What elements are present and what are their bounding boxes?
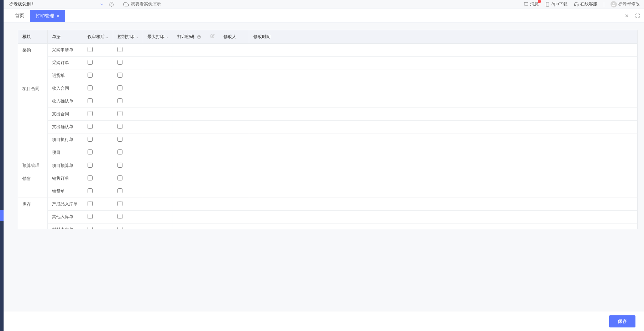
audit-only-checkbox[interactable] <box>88 163 93 168</box>
fullscreen-button[interactable] <box>634 12 641 19</box>
close-all-tabs-button[interactable] <box>623 12 630 19</box>
print-password-cell[interactable] <box>173 198 219 211</box>
audit-only-cell <box>83 82 113 95</box>
app-download-link[interactable]: App下载 <box>545 1 567 7</box>
max-print-cell[interactable] <box>143 82 173 95</box>
audit-only-checkbox[interactable] <box>88 149 93 154</box>
max-print-cell[interactable] <box>143 95 173 108</box>
print-password-cell[interactable] <box>173 44 219 57</box>
control-print-checkbox[interactable] <box>117 73 122 78</box>
print-password-cell[interactable] <box>173 159 219 172</box>
table-row: 库存产成品入库单 <box>18 198 637 211</box>
tab-print-management[interactable]: 打印管理 ✕ <box>30 10 65 22</box>
audit-only-checkbox[interactable] <box>88 111 93 116</box>
content-area: 模块 单据 仅审核后... 控制打印... 最大打印... 打印密码 <box>4 23 644 331</box>
control-print-checkbox[interactable] <box>117 137 122 142</box>
print-password-cell[interactable] <box>173 69 219 82</box>
control-print-checkbox[interactable] <box>117 188 122 193</box>
print-password-cell[interactable] <box>173 108 219 121</box>
print-password-cell[interactable] <box>173 211 219 224</box>
print-password-cell[interactable] <box>173 57 219 69</box>
gear-icon[interactable] <box>109 2 114 7</box>
print-password-cell[interactable] <box>173 133 219 146</box>
control-print-cell <box>113 224 143 229</box>
audit-only-checkbox[interactable] <box>88 85 93 90</box>
audit-only-checkbox[interactable] <box>88 227 93 229</box>
print-password-cell[interactable] <box>173 121 219 133</box>
online-service-link[interactable]: 在线客服 <box>574 1 597 7</box>
max-print-cell[interactable] <box>143 211 173 224</box>
svg-rect-1 <box>546 2 549 6</box>
edit-icon[interactable] <box>210 34 215 39</box>
audit-only-cell <box>83 146 113 159</box>
demo-link[interactable]: 我要看实例演示 <box>123 1 161 7</box>
control-print-checkbox[interactable] <box>117 98 122 103</box>
audit-only-checkbox[interactable] <box>88 60 93 65</box>
modifier-cell <box>219 198 249 211</box>
audit-only-checkbox[interactable] <box>88 98 93 103</box>
print-password-cell[interactable] <box>173 224 219 229</box>
document-cell: 销货单 <box>47 185 83 198</box>
control-print-checkbox[interactable] <box>117 227 122 229</box>
audit-only-checkbox[interactable] <box>88 137 93 142</box>
max-print-cell[interactable] <box>143 146 173 159</box>
max-print-cell[interactable] <box>143 159 173 172</box>
control-print-checkbox[interactable] <box>117 47 122 52</box>
save-button[interactable]: 保存 <box>609 315 635 327</box>
messages-link[interactable]: 消息 <box>524 1 539 7</box>
user-menu[interactable]: 徐泽华修改 <box>611 1 640 7</box>
max-print-cell[interactable] <box>143 185 173 198</box>
audit-only-checkbox[interactable] <box>88 214 93 219</box>
print-password-cell[interactable] <box>173 172 219 185</box>
control-print-checkbox[interactable] <box>117 149 122 154</box>
control-print-checkbox[interactable] <box>117 214 122 219</box>
left-rail-accent <box>0 210 4 221</box>
max-print-cell[interactable] <box>143 44 173 57</box>
tab-close-icon[interactable]: ✕ <box>56 14 59 19</box>
control-print-cell <box>113 82 143 95</box>
modify-time-cell <box>249 172 637 185</box>
control-print-cell <box>113 95 143 108</box>
table-scroll[interactable]: 模块 单据 仅审核后... 控制打印... 最大打印... 打印密码 <box>18 30 637 229</box>
control-print-cell <box>113 172 143 185</box>
control-print-checkbox[interactable] <box>117 111 122 116</box>
print-password-cell[interactable] <box>173 185 219 198</box>
max-print-cell[interactable] <box>143 57 173 69</box>
max-print-cell[interactable] <box>143 121 173 133</box>
audit-only-cell <box>83 57 113 69</box>
audit-only-checkbox[interactable] <box>88 201 93 206</box>
audit-only-checkbox[interactable] <box>88 188 93 193</box>
control-print-cell <box>113 211 143 224</box>
audit-only-cell <box>83 133 113 146</box>
control-print-checkbox[interactable] <box>117 60 122 65</box>
max-print-cell[interactable] <box>143 172 173 185</box>
document-cell: 其他入库单 <box>47 211 83 224</box>
max-print-cell[interactable] <box>143 198 173 211</box>
audit-only-checkbox[interactable] <box>88 124 93 129</box>
modify-time-cell <box>249 224 637 229</box>
audit-only-checkbox[interactable] <box>88 47 93 52</box>
print-password-cell[interactable] <box>173 82 219 95</box>
max-print-cell[interactable] <box>143 133 173 146</box>
audit-only-checkbox[interactable] <box>88 175 93 180</box>
audit-only-cell <box>83 211 113 224</box>
control-print-checkbox[interactable] <box>117 124 122 129</box>
print-password-cell[interactable] <box>173 95 219 108</box>
control-print-checkbox[interactable] <box>117 85 122 90</box>
control-print-checkbox[interactable] <box>117 201 122 206</box>
audit-only-checkbox[interactable] <box>88 73 93 78</box>
control-print-checkbox[interactable] <box>117 175 122 180</box>
tab-home[interactable]: 首页 <box>9 9 30 23</box>
help-icon[interactable] <box>197 35 201 39</box>
avatar <box>611 1 617 7</box>
max-print-cell[interactable] <box>143 108 173 121</box>
max-print-cell[interactable] <box>143 69 173 82</box>
th-print-password-label: 打印密码 <box>177 34 194 39</box>
company-select[interactable]: 徐老板勿删！ <box>9 1 104 7</box>
table-row: 支出确认单 <box>18 121 637 133</box>
max-print-cell[interactable] <box>143 224 173 229</box>
control-print-checkbox[interactable] <box>117 163 122 168</box>
footer-bar: 保存 <box>4 311 644 331</box>
print-password-cell[interactable] <box>173 146 219 159</box>
table-row: 销售销售订单 <box>18 172 637 185</box>
